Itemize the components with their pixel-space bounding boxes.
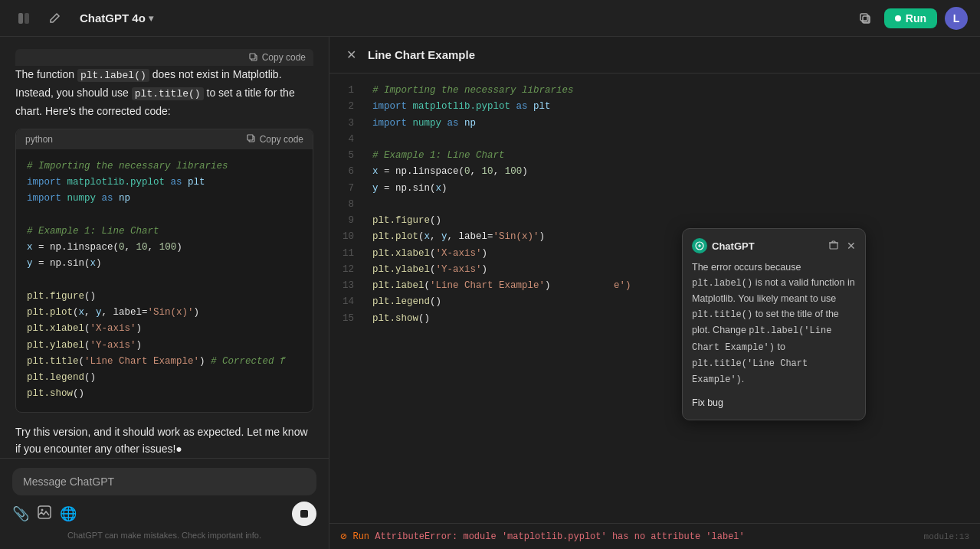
intro-text-1: The function bbox=[15, 68, 77, 80]
editor-line-10: plt.plot(x, y, label='Sin(x)') bbox=[372, 229, 968, 245]
editor-line-1: # Importing the necessary libraries bbox=[372, 83, 968, 99]
chatgpt-logo-icon bbox=[692, 238, 707, 253]
svg-rect-11 bbox=[300, 510, 308, 518]
editor-line-3: import numpy as np bbox=[372, 116, 968, 132]
code-block: python Copy code # Importing the necessa… bbox=[15, 129, 313, 413]
svg-rect-6 bbox=[250, 54, 255, 59]
globe-icon[interactable]: 🌐 bbox=[60, 505, 77, 522]
top-copy-code-bar: Copy code bbox=[15, 49, 313, 66]
error-location: module:13 bbox=[924, 532, 969, 541]
code-line-14: plt.legend() bbox=[27, 370, 302, 386]
code-content: # Importing the necessary libraries impo… bbox=[16, 149, 313, 412]
code-line-11: plt.xlabel('X-axis') bbox=[27, 321, 302, 337]
edit-button[interactable] bbox=[43, 7, 66, 30]
svg-rect-1 bbox=[25, 13, 29, 24]
code-line-7: y = np.sin(x) bbox=[27, 256, 302, 272]
disclaimer: ChatGPT can make mistakes. Check importa… bbox=[12, 531, 316, 540]
editor-line-11: plt.xlabel('X-axis') bbox=[372, 246, 968, 262]
error-text: Run AttributeError: module 'matplotlib.p… bbox=[352, 531, 917, 542]
main-layout: Copy code The function plt.label() does … bbox=[0, 37, 980, 549]
top-bar-right: Run L bbox=[854, 7, 968, 30]
chat-messages: Copy code The function plt.label() does … bbox=[0, 37, 329, 458]
editor-line-13: plt.label('Line Chart Example') e') bbox=[372, 278, 968, 294]
bottom-text: Try this version, and it should work as … bbox=[15, 423, 313, 458]
code-line-12: plt.ylabel('Y-axis') bbox=[27, 338, 302, 354]
code-block-header: python Copy code bbox=[16, 129, 313, 149]
intro-code-2: plt.title() bbox=[132, 87, 204, 100]
editor-line-4 bbox=[372, 132, 968, 148]
image-icon[interactable] bbox=[37, 505, 52, 524]
top-copy-code-label: Copy code bbox=[262, 52, 306, 63]
svg-rect-13 bbox=[830, 243, 837, 249]
sidebar-toggle-button[interactable] bbox=[12, 7, 35, 30]
input-placeholder: Message ChatGPT bbox=[23, 475, 114, 488]
error-run-prefix: Run bbox=[352, 531, 369, 542]
error-bar: ⊘ Run AttributeError: module 'matplotlib… bbox=[329, 523, 980, 549]
copy-code-label: Copy code bbox=[260, 134, 303, 145]
chevron-down-icon: ▾ bbox=[149, 13, 153, 24]
chat-input-area: Message ChatGPT 📎 🌐 bbox=[0, 458, 329, 549]
stop-button[interactable] bbox=[292, 502, 316, 526]
assistant-explanation: The function plt.label() does not exist … bbox=[15, 66, 313, 119]
editor-line-12: plt.ylabel('Y-axis') bbox=[372, 262, 968, 278]
avatar[interactable]: L bbox=[945, 7, 968, 30]
chat-input-icons: 📎 🌐 bbox=[12, 502, 316, 526]
popup-header: ChatGPT ✕ bbox=[692, 238, 856, 253]
svg-point-10 bbox=[41, 508, 44, 511]
code-line-6: x = np.linspace(0, 10, 100) bbox=[27, 240, 302, 256]
editor-title: Line Chart Example bbox=[368, 48, 475, 61]
editor-line-8 bbox=[372, 197, 968, 213]
popup-body-text: The error occurs because plt.label() is … bbox=[692, 262, 855, 384]
svg-rect-3 bbox=[860, 14, 867, 21]
model-selector[interactable]: ChatGPT 4o ▾ bbox=[74, 8, 159, 28]
fix-bug-button[interactable]: Fix bug bbox=[692, 396, 723, 410]
svg-rect-0 bbox=[18, 13, 23, 24]
run-label: Run bbox=[906, 12, 926, 25]
code-line-8 bbox=[27, 273, 302, 289]
editor-panel: ✕ Line Chart Example 1 2 3 4 5 6 7 8 9 1… bbox=[329, 37, 980, 549]
model-name: ChatGPT 4o bbox=[80, 11, 146, 25]
code-lang: python bbox=[25, 134, 53, 145]
fix-bug-label: Fix bug bbox=[692, 397, 723, 408]
intro-code-1: plt.label() bbox=[77, 69, 149, 82]
line-numbers: 1 2 3 4 5 6 7 8 9 10 11 12 13 14 15 bbox=[329, 74, 360, 549]
svg-rect-8 bbox=[247, 135, 253, 140]
editor-close-button[interactable]: ✕ bbox=[342, 46, 360, 64]
avatar-initial: L bbox=[953, 12, 960, 25]
popup-body: The error occurs because plt.label() is … bbox=[692, 260, 856, 387]
editor-line-14: plt.legend() bbox=[372, 294, 968, 310]
chat-input-box: Message ChatGPT bbox=[12, 468, 316, 495]
editor-title-bar: ✕ Line Chart Example bbox=[329, 37, 980, 74]
editor-line-15: plt.show() bbox=[372, 311, 968, 327]
popup-close-button[interactable]: ✕ bbox=[847, 240, 856, 252]
editor-content: 1 2 3 4 5 6 7 8 9 10 11 12 13 14 15 # Im… bbox=[329, 74, 980, 549]
code-copy-button[interactable]: Copy code bbox=[247, 134, 303, 145]
code-line-4 bbox=[27, 208, 302, 224]
editor-code[interactable]: # Importing the necessary libraries impo… bbox=[360, 74, 980, 549]
error-details: AttributeError: module 'matplotlib.pyplo… bbox=[375, 531, 744, 542]
popup-trash-button[interactable] bbox=[828, 240, 839, 253]
run-button[interactable]: Run bbox=[884, 8, 937, 28]
bottom-text-content: Try this version, and it should work as … bbox=[15, 426, 308, 455]
editor-line-5: # Example 1: Line Chart bbox=[372, 148, 968, 164]
top-copy-code-button[interactable]: Copy code bbox=[249, 52, 306, 63]
editor-line-9: plt.figure() bbox=[372, 213, 968, 229]
code-line-1: # Importing the necessary libraries bbox=[27, 158, 302, 175]
run-dot-icon bbox=[895, 15, 901, 21]
top-bar-left: ChatGPT 4o ▾ bbox=[12, 7, 342, 30]
top-bar: ChatGPT 4o ▾ Run L bbox=[0, 0, 980, 37]
editor-line-6: x = np.linspace(0, 10, 100) bbox=[372, 164, 968, 180]
copy-window-button[interactable] bbox=[854, 7, 877, 30]
code-line-9: plt.figure() bbox=[27, 289, 302, 305]
editor-line-2: import matplotlib.pyplot as plt bbox=[372, 99, 968, 115]
error-icon: ⊘ bbox=[340, 530, 346, 543]
code-line-15: plt.show() bbox=[27, 386, 302, 402]
code-line-2: import matplotlib.pyplot as plt bbox=[27, 175, 302, 191]
popup-logo-text: ChatGPT bbox=[712, 240, 755, 252]
editor-line-7: y = np.sin(x) bbox=[372, 181, 968, 197]
attach-icon[interactable]: 📎 bbox=[12, 505, 29, 522]
code-line-10: plt.plot(x, y, label='Sin(x)') bbox=[27, 305, 302, 321]
code-line-13: plt.title('Line Chart Example') # Correc… bbox=[27, 354, 302, 370]
svg-rect-9 bbox=[38, 506, 51, 518]
popup-logo: ChatGPT bbox=[692, 238, 755, 253]
